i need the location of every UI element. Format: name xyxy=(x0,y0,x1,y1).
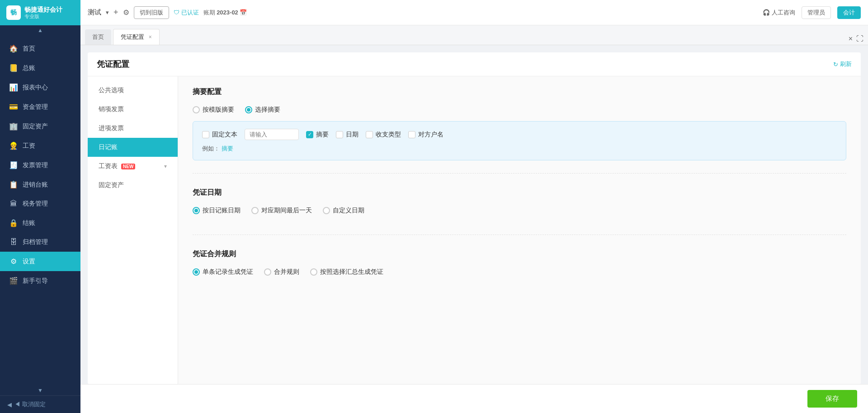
tab-voucher-config[interactable]: 凭证配置 × xyxy=(113,29,160,45)
close-period-icon: 🔒 xyxy=(9,219,18,227)
left-nav-diary[interactable]: 日记账 xyxy=(88,138,178,157)
main-area: 测试 ▾ + ⚙ 切到旧版 🛡 已认证 账期 2023-02 📅 🎧 人工咨询 … xyxy=(80,0,868,413)
left-nav-fixed-assets[interactable]: 固定资产 xyxy=(88,176,178,195)
company-dropdown[interactable]: ▾ xyxy=(106,9,109,16)
add-button[interactable]: + xyxy=(113,8,118,17)
radio-custom-date[interactable]: 自定义日期 xyxy=(323,206,364,215)
checkbox-date-box xyxy=(336,131,343,138)
consult-label: 人工咨询 xyxy=(772,9,795,17)
radio-diary-date[interactable]: 按日记账日期 xyxy=(193,206,241,215)
radio-single-record[interactable]: 单条记录生成凭证 xyxy=(193,268,253,276)
checkbox-date-label: 日期 xyxy=(346,131,359,139)
save-button[interactable]: 保存 xyxy=(807,390,857,408)
left-nav-payroll-table[interactable]: 工资表 NEW ▾ xyxy=(88,157,178,176)
radio-last-day[interactable]: 对应期间最后一天 xyxy=(251,206,312,215)
home-icon: 🏠 xyxy=(9,44,18,53)
section-voucher-merge: 凭证合并规则 单条记录生成凭证 合并规则 按照选择汇总生成凭证 xyxy=(193,249,846,296)
checkbox-fixed-text[interactable]: 固定文本 xyxy=(202,131,237,139)
radio-merge-label: 合并规则 xyxy=(274,268,299,276)
radio-select-label: 选择摘要 xyxy=(255,106,280,114)
logo-subtitle: 专业版 xyxy=(24,14,62,19)
checkbox-counterpart[interactable]: 对方户名 xyxy=(408,131,443,139)
report-icon: 📊 xyxy=(9,83,18,92)
sidebar-item-capital[interactable]: 💳 资金管理 xyxy=(0,97,80,117)
switch-old-version-button[interactable]: 切到旧版 xyxy=(134,6,169,19)
radio-custom-date-label: 自定义日期 xyxy=(333,206,364,215)
sidebar-item-label: 首页 xyxy=(23,45,35,53)
sidebar: 畅 畅捷通好会计 专业版 ▲ 🏠 首页 📒 总账 📊 报表中心 💳 资金管理 🏢 xyxy=(0,0,80,413)
cancel-pin-button[interactable]: ◀ ◀ 取消固定 xyxy=(0,395,80,413)
sidebar-item-home[interactable]: 🏠 首页 xyxy=(0,39,80,58)
section-voucher-date: 凭证日期 按日记账日期 对应期间最后一天 自定义日期 xyxy=(193,188,846,235)
voucher-date-radio-group: 按日记账日期 对应期间最后一天 自定义日期 xyxy=(193,206,846,215)
refresh-button[interactable]: ↻ 刷新 xyxy=(833,60,852,68)
sidebar-item-guide[interactable]: 🎬 新手引导 xyxy=(0,271,80,291)
sidebar-item-payroll[interactable]: 👷 工资 xyxy=(0,136,80,155)
checkbox-income-type-box xyxy=(366,131,373,138)
settings-gear-icon[interactable]: ⚙ xyxy=(123,8,129,17)
left-nav-purchase-invoice[interactable]: 进项发票 xyxy=(88,119,178,138)
checkbox-date[interactable]: 日期 xyxy=(336,131,359,139)
consult-button[interactable]: 🎧 人工咨询 xyxy=(763,9,795,17)
sidebar-item-label: 资金管理 xyxy=(23,103,48,111)
radio-merge-circle xyxy=(264,268,271,276)
checkbox-summary[interactable]: ✓ 摘要 xyxy=(306,131,329,139)
checkbox-summary-label: 摘要 xyxy=(316,131,329,139)
page-title: 凭证配置 xyxy=(97,59,129,70)
tab-voucher-config-label: 凭证配置 xyxy=(121,33,144,40)
tab-home[interactable]: 首页 xyxy=(85,29,111,45)
guide-icon: 🎬 xyxy=(9,277,18,285)
left-nav-public[interactable]: 公共选项 xyxy=(88,81,178,100)
sidebar-scroll-down[interactable]: ▼ xyxy=(0,385,80,395)
ledger-icon: 📒 xyxy=(9,64,18,72)
close-tab-button[interactable]: × xyxy=(849,35,853,43)
logo-title: 畅捷通好会计 xyxy=(24,6,62,14)
accountant-role-button[interactable]: 会计 xyxy=(837,6,861,19)
manager-role-button[interactable]: 管理员 xyxy=(802,6,831,19)
radio-custom-date-circle xyxy=(323,207,330,214)
tab-close-icon[interactable]: × xyxy=(149,34,152,40)
radio-last-day-circle xyxy=(251,207,259,214)
left-nav-sales-invoice[interactable]: 销项发票 xyxy=(88,100,178,119)
sidebar-item-invoice-mgmt[interactable]: 🧾 发票管理 xyxy=(0,155,80,175)
radio-template-summary[interactable]: 按模版摘要 xyxy=(193,106,234,114)
radio-single-label: 单条记录生成凭证 xyxy=(203,268,253,276)
sidebar-item-purchases[interactable]: 📋 进销台账 xyxy=(0,175,80,194)
sidebar-scroll-up[interactable]: ▲ xyxy=(0,25,80,35)
bottom-bar: 保存 xyxy=(80,384,868,413)
radio-template-label: 按模版摘要 xyxy=(203,106,234,114)
cancel-pin-label: ◀ 取消固定 xyxy=(14,400,46,408)
period-label: 账期 2023-02 📅 xyxy=(203,9,247,17)
summary-options-row: 固定文本 ✓ 摘要 日期 xyxy=(202,129,837,140)
sidebar-item-settings[interactable]: ⚙ 设置 xyxy=(0,252,80,271)
sidebar-item-close[interactable]: 🔒 结账 xyxy=(0,213,80,233)
checkbox-counterpart-box xyxy=(408,131,415,138)
fullscreen-button[interactable]: ⛶ xyxy=(856,35,863,43)
headset-icon: 🎧 xyxy=(763,9,770,16)
checkbox-income-type-label: 收支类型 xyxy=(376,131,401,139)
radio-summary-generate[interactable]: 按照选择汇总生成凭证 xyxy=(310,268,383,276)
sidebar-item-archive[interactable]: 🗄 归档管理 xyxy=(0,233,80,252)
topbar: 测试 ▾ + ⚙ 切到旧版 🛡 已认证 账期 2023-02 📅 🎧 人工咨询 … xyxy=(80,0,868,25)
sidebar-item-label: 发票管理 xyxy=(23,161,48,169)
radio-merge-rule[interactable]: 合并规则 xyxy=(264,268,299,276)
checkbox-income-type[interactable]: 收支类型 xyxy=(366,131,401,139)
sidebar-item-label: 税务管理 xyxy=(23,200,48,208)
sidebar-logo: 畅 畅捷通好会计 专业版 xyxy=(0,0,80,25)
sidebar-item-tax[interactable]: 🏛 税务管理 xyxy=(0,194,80,213)
sidebar-item-label: 结账 xyxy=(23,219,35,227)
voucher-date-title: 凭证日期 xyxy=(193,188,846,197)
radio-select-circle xyxy=(245,106,252,113)
assets-icon: 🏢 xyxy=(9,122,18,131)
tab-home-label: 首页 xyxy=(92,33,104,40)
radio-select-summary[interactable]: 选择摘要 xyxy=(245,106,280,114)
sidebar-item-assets[interactable]: 🏢 固定资产 xyxy=(0,117,80,136)
sidebar-item-report[interactable]: 📊 报表中心 xyxy=(0,78,80,97)
purchases-icon: 📋 xyxy=(9,180,18,189)
fixed-text-input[interactable] xyxy=(245,129,299,140)
radio-summary-generate-label: 按照选择汇总生成凭证 xyxy=(320,268,383,276)
capital-icon: 💳 xyxy=(9,103,18,111)
sidebar-item-ledger[interactable]: 📒 总账 xyxy=(0,58,80,78)
invoice-mgmt-icon: 🧾 xyxy=(9,161,18,169)
certified-badge: 🛡 已认证 xyxy=(174,9,199,17)
